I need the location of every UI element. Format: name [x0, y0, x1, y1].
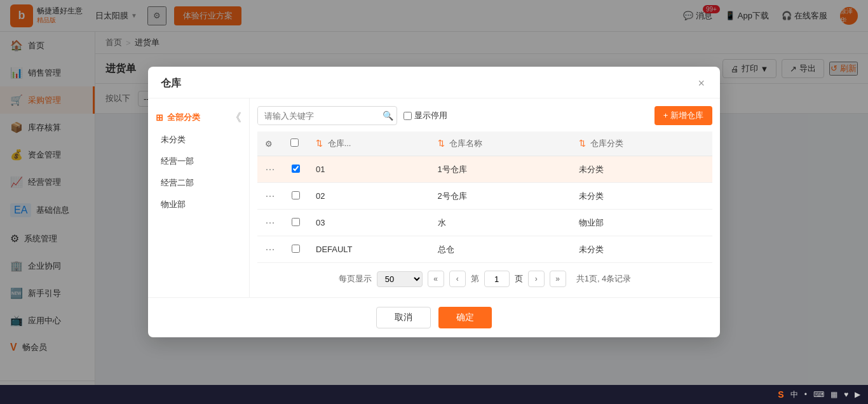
page-number-input[interactable]: [484, 271, 510, 287]
col-header-name: ⇅ 仓库名称: [430, 131, 571, 156]
cat-item-ops1[interactable]: 经营一部: [148, 151, 249, 172]
row-category: 未分类: [571, 183, 712, 210]
collapse-button[interactable]: 《: [230, 110, 241, 125]
gear-icon[interactable]: ⚙: [265, 139, 273, 149]
modal-footer: 取消 确定: [148, 297, 720, 337]
modal-body: ⊞ 全部分类 《 未分类 经营一部 经营二部 物业部: [148, 98, 720, 297]
row-category: 未分类: [571, 156, 712, 183]
row-name: 总仓: [430, 236, 571, 263]
prev-page-button[interactable]: ‹: [449, 271, 466, 287]
sort-icon-name: ⇅: [438, 138, 445, 148]
row-checkbox[interactable]: [292, 191, 300, 199]
modal-header: 仓库 ×: [148, 67, 720, 98]
pagination: 每页显示 50 10 20 100 « ‹ 第 页 › » 共1页, 4条记录: [257, 263, 712, 290]
row-category: 物业部: [571, 210, 712, 236]
last-page-button[interactable]: »: [550, 271, 566, 287]
row-checkbox[interactable]: [292, 245, 300, 253]
more-icon: ···: [265, 216, 275, 229]
grid-icon: ⊞: [156, 112, 163, 123]
col-header-gear: ⚙: [257, 131, 283, 156]
more-icon: ···: [265, 243, 275, 255]
more-icon: ···: [265, 189, 275, 202]
table-row[interactable]: ··· 03 水 物业部: [257, 210, 712, 236]
row-checkbox-cell: [283, 156, 308, 183]
warehouse-table: ⚙ ⇅ 仓库... ⇅: [257, 131, 712, 263]
page-number-label: 第: [471, 273, 479, 285]
row-more[interactable]: ···: [257, 236, 283, 263]
statusbar-play: ▶: [855, 390, 860, 399]
warehouse-modal: 仓库 × ⊞ 全部分类 《 未分类 经营一部 经营二部: [148, 67, 720, 337]
table-toolbar: 🔍 显示停用 + 新增仓库: [257, 106, 712, 125]
row-name: 水: [430, 210, 571, 236]
row-name: 1号仓库: [430, 156, 571, 183]
statusbar-dot: •: [804, 390, 807, 399]
all-categories-label: 全部分类: [167, 112, 200, 123]
col-header-category: ⇅ 仓库分类: [571, 131, 712, 156]
select-all-checkbox[interactable]: [290, 138, 299, 147]
search-button[interactable]: 🔍: [377, 107, 397, 125]
row-name: 2号仓库: [430, 183, 571, 210]
row-more[interactable]: ···: [257, 156, 283, 183]
statusbar: S 中 • ⌨ ▦ ♥ ▶: [0, 385, 868, 404]
table-row[interactable]: ··· DEFAULT 总仓 未分类: [257, 236, 712, 263]
row-category: 未分类: [571, 236, 712, 263]
search-input[interactable]: [258, 107, 377, 125]
row-more[interactable]: ···: [257, 183, 283, 210]
search-box: 🔍: [257, 106, 397, 125]
add-warehouse-button[interactable]: + 新增仓库: [654, 106, 712, 125]
cat-item-unclassified[interactable]: 未分类: [148, 129, 249, 151]
total-info: 共1页, 4条记录: [576, 273, 632, 285]
col-header-checkbox: [283, 131, 308, 156]
category-sidebar: ⊞ 全部分类 《 未分类 经营一部 经营二部 物业部: [148, 98, 250, 297]
row-code: DEFAULT: [308, 236, 430, 263]
page-unit: 页: [515, 273, 523, 285]
s-logo: S: [778, 389, 783, 400]
all-categories-item[interactable]: ⊞ 全部分类 《: [148, 106, 249, 129]
row-checkbox[interactable]: [292, 218, 300, 226]
more-icon: ···: [265, 163, 275, 175]
show-disabled-label: 显示停用: [403, 110, 447, 121]
table-row[interactable]: ··· 02 2号仓库 未分类: [257, 183, 712, 210]
row-checkbox-cell: [283, 210, 308, 236]
row-checkbox[interactable]: [292, 165, 300, 173]
row-more[interactable]: ···: [257, 210, 283, 236]
statusbar-keyboard: ⌨: [813, 390, 824, 399]
row-code: 01: [308, 156, 430, 183]
row-code: 02: [308, 183, 430, 210]
sort-icon-category: ⇅: [579, 138, 586, 148]
row-checkbox-cell: [283, 236, 308, 263]
cat-item-ops2[interactable]: 经营二部: [148, 172, 249, 194]
cat-item-property[interactable]: 物业部: [148, 194, 249, 215]
table-section: 🔍 显示停用 + 新增仓库 ⚙: [250, 98, 720, 297]
first-page-button[interactable]: «: [428, 271, 444, 287]
modal-title: 仓库: [161, 77, 181, 90]
col-header-code: ⇅ 仓库...: [308, 131, 430, 156]
cancel-button[interactable]: 取消: [376, 307, 431, 328]
next-page-button[interactable]: ›: [528, 271, 545, 287]
page-size-label: 每页显示: [339, 273, 372, 285]
show-disabled-checkbox[interactable]: [403, 112, 412, 120]
table-row[interactable]: ··· 01 1号仓库 未分类: [257, 156, 712, 183]
statusbar-heart: ♥: [844, 390, 848, 399]
statusbar-lang: 中: [790, 389, 798, 400]
modal-overlay: 仓库 × ⊞ 全部分类 《 未分类 经营一部 经营二部: [0, 0, 868, 404]
close-button[interactable]: ×: [695, 77, 707, 90]
sort-icon-code: ⇅: [316, 138, 323, 148]
row-code: 03: [308, 210, 430, 236]
statusbar-grid: ▦: [831, 390, 837, 399]
page-size-select[interactable]: 50 10 20 100: [377, 271, 423, 287]
row-checkbox-cell: [283, 183, 308, 210]
confirm-button[interactable]: 确定: [438, 307, 492, 328]
